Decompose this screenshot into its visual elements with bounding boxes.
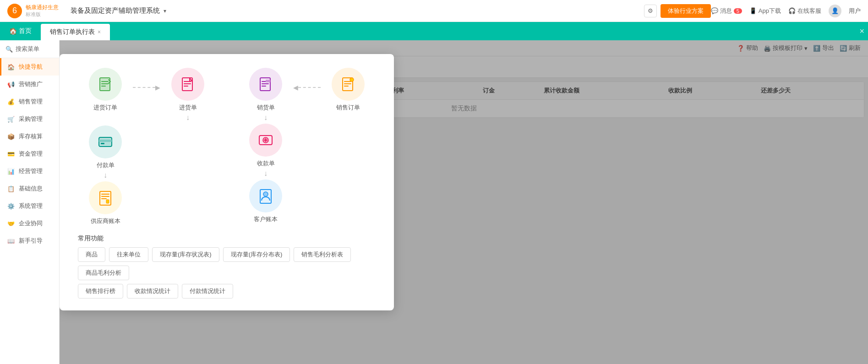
purchase-icon: 🛒 — [7, 115, 15, 123]
sidebar-item-system[interactable]: ⚙️ 系统管理 — [0, 197, 59, 215]
experience-btn[interactable]: 体验行业方案 — [661, 4, 711, 18]
system-name-dropdown[interactable]: ▾ — [164, 8, 166, 14]
modal-scrollbar: ◀ ▶ — [60, 308, 394, 310]
search-menu-btn[interactable]: 🔍 搜索菜单 — [0, 40, 59, 58]
flow-node-purchase-bill[interactable]: 进货单 — [160, 68, 215, 112]
logo-icon: 6 — [7, 4, 22, 18]
operations-icon: 📊 — [7, 167, 15, 175]
flow-node-sale-order[interactable]: 销售订单 — [321, 68, 376, 112]
modal-overlay[interactable]: 进货订单 — [60, 40, 868, 364]
home-nav-icon: 🏠 — [7, 63, 15, 71]
svg-point-12 — [263, 192, 268, 196]
sidebar-item-basic-info[interactable]: 📋 基础信息 — [0, 180, 59, 197]
purchase-order-label: 进货订单 — [93, 103, 117, 112]
online-service-btn[interactable]: 🎧 在线客服 — [788, 7, 821, 15]
flow-node-payment[interactable]: 付款单 — [78, 125, 133, 169]
supplier-icon — [89, 181, 122, 214]
main-layout: 🔍 搜索菜单 🏠 快捷导航 📢 营销推广 💰 销售管理 🛒 采购管理 📦 库存核… — [0, 40, 868, 364]
sale-order-label: 销售订单 — [336, 103, 360, 112]
svg-rect-8 — [266, 80, 270, 82]
func-buttons-row2: 销售排行榜 收款情况统计 付款情况统计 — [78, 284, 376, 299]
quick-nav-modal: 进货订单 — [60, 54, 394, 310]
svg-rect-3 — [101, 143, 104, 144]
func-btn-sale-profit[interactable]: 销售毛利分析表 — [294, 247, 351, 262]
user-avatar[interactable]: 👤 — [829, 5, 841, 17]
sidebar-item-guide[interactable]: 📖 新手引导 — [0, 232, 59, 250]
sidebar-item-quick-nav[interactable]: 🏠 快捷导航 — [0, 58, 59, 76]
func-btn-product-profit[interactable]: 商品毛利分析 — [78, 266, 129, 280]
supplier-label: 供应商账本 — [91, 217, 120, 225]
system-name: 装备及固定资产辅助管理系统 ▾ — [71, 6, 644, 15]
payment-icon — [89, 125, 122, 158]
customer-label: 客户账本 — [254, 215, 278, 223]
func-btn-stock-status[interactable]: 现存量(库存状况表) — [152, 247, 219, 262]
func-btn-product[interactable]: 商品 — [78, 247, 105, 262]
func-buttons-container: 商品 往来单位 现存量(库存状况表) 现存量(库存分布表) 销售毛利分析表 商品… — [78, 247, 376, 280]
basic-info-icon: 📋 — [7, 185, 15, 193]
flow-node-purchase-order[interactable]: 进货订单 — [78, 68, 133, 112]
flow-area: 进货订单 — [60, 54, 394, 234]
down-arrow-receipt: ↓ — [264, 169, 267, 178]
func-btn-payment-stat[interactable]: 付款情况统计 — [182, 284, 233, 299]
down-arrow-payment: ↓ — [104, 171, 107, 179]
flow-node-sale-bill[interactable]: 销货单 — [238, 68, 293, 112]
sidebar-item-marketing[interactable]: 📢 营销推广 — [0, 76, 59, 93]
content-area: ❓ 帮助 🖨️ 按模板打印 ▾ ⬆️ 导出 🔄 刷新 📅 — 📅 — [60, 40, 868, 364]
message-btn[interactable]: 💬 消息 5 — [711, 7, 742, 15]
func-btn-sale-rank[interactable]: 销售排行榜 — [78, 284, 123, 299]
sidebar-item-operations[interactable]: 📊 经营管理 — [0, 163, 59, 180]
home-icon: 🏠 — [9, 27, 17, 35]
svg-point-14 — [350, 78, 354, 81]
flow-node-customer[interactable]: 客户账本 — [238, 179, 293, 223]
phone-icon: 📱 — [749, 7, 757, 14]
func-btn-stock-dist[interactable]: 现存量(库存分布表) — [223, 247, 290, 262]
inventory-icon: 📦 — [7, 132, 15, 141]
sidebar-item-inventory[interactable]: 📦 库存核算 — [0, 128, 59, 145]
marketing-icon: 📢 — [7, 80, 15, 88]
common-functions: 常用功能 商品 往来单位 现存量(库存状况表) 现存量(库存分布表) 销售毛利分… — [60, 234, 394, 308]
sidebar-item-finance[interactable]: 💳 资金管理 — [0, 145, 59, 163]
nav-tabs: 🏠 首页 销售订单执行表 × × — [0, 22, 868, 40]
receipt-icon — [249, 124, 282, 157]
app-download-btn[interactable]: 📱 App下载 — [749, 7, 781, 15]
svg-rect-5 — [106, 200, 109, 203]
func-btn-partner[interactable]: 往来单位 — [109, 247, 148, 262]
logo-area: 6 畅康通好生意 标准版 — [7, 4, 67, 18]
flow-node-receipt[interactable]: 收款单 — [238, 124, 293, 168]
receipt-label: 收款单 — [257, 159, 275, 168]
sales-icon: 💰 — [7, 98, 15, 106]
purchase-bill-label: 进货单 — [179, 103, 197, 112]
tab-sale-order[interactable]: 销售订单执行表 × — [41, 24, 110, 40]
enterprise-icon: 🤝 — [7, 219, 15, 228]
sale-bill-label: 销货单 — [257, 103, 275, 112]
sidebar: 🔍 搜索菜单 🏠 快捷导航 📢 营销推广 💰 销售管理 🛒 采购管理 📦 库存核… — [0, 40, 60, 364]
sidebar-item-sales[interactable]: 💰 销售管理 — [0, 93, 59, 110]
sale-order-icon — [332, 68, 365, 101]
payment-label: 付款单 — [97, 161, 115, 169]
headset-icon: 🎧 — [788, 7, 796, 14]
customer-icon — [249, 179, 282, 212]
finance-icon: 💳 — [7, 150, 15, 158]
purchase-order-icon — [89, 68, 122, 101]
sidebar-item-purchase[interactable]: 🛒 采购管理 — [0, 110, 59, 128]
flow-node-supplier[interactable]: 供应商账本 — [78, 181, 133, 225]
down-arrow-sale: ↓ — [264, 114, 267, 122]
message-badge: 5 — [734, 8, 742, 14]
down-arrow-purchase: ↓ — [186, 114, 190, 122]
sidebar-item-enterprise[interactable]: 🤝 企业协同 — [0, 215, 59, 232]
search-icon: 🔍 — [5, 46, 13, 53]
logo-text: 畅康通好生意 标准版 — [26, 4, 59, 18]
close-all-tabs-btn[interactable]: × — [859, 27, 864, 36]
sale-bill-icon — [249, 68, 282, 101]
user-name[interactable]: 用户 — [849, 7, 861, 15]
tab-home[interactable]: 🏠 首页 — [0, 22, 41, 40]
message-icon: 💬 — [711, 7, 718, 14]
tab-close-icon[interactable]: × — [98, 29, 101, 35]
system-icon: ⚙️ — [7, 202, 15, 210]
top-header: 6 畅康通好生意 标准版 装备及固定资产辅助管理系统 ▾ ⚙ 体验行业方案 💬 … — [0, 0, 868, 22]
purchase-bill-icon — [171, 68, 204, 101]
func-btn-receipt-stat[interactable]: 收款情况统计 — [127, 284, 178, 299]
settings-button[interactable]: ⚙ — [644, 5, 657, 17]
common-functions-title: 常用功能 — [78, 234, 376, 243]
guide-icon: 📖 — [7, 237, 15, 245]
